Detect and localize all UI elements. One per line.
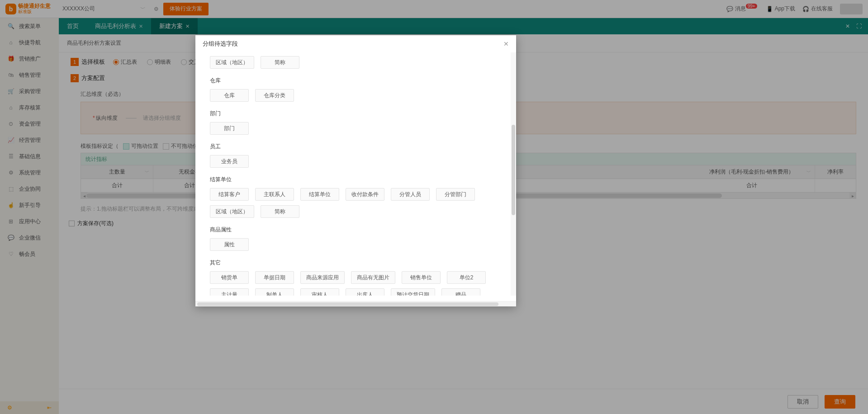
group-title: 商品属性 [210, 226, 503, 234]
field-tag[interactable]: 预计交货日期 [391, 288, 435, 296]
field-tag[interactable]: 制单人 [255, 288, 294, 296]
modal-body: 客户客户分类分管部门分管人员主联系人主联系人销售单位 区域（地区）简称 仓库仓库… [195, 52, 516, 301]
modal-vertical-scrollbar[interactable] [511, 52, 516, 296]
field-tag[interactable]: 销货单 [210, 271, 249, 284]
field-tag[interactable]: 分管人员 [391, 188, 430, 201]
field-tag[interactable]: 区域（地区） [210, 205, 254, 218]
group-title: 其它 [210, 259, 503, 267]
group-title: 仓库 [210, 77, 503, 85]
field-tag[interactable]: 仓库 [210, 89, 249, 102]
field-tag[interactable]: 审核人 [300, 288, 339, 296]
group-title: 结算单位 [210, 176, 503, 183]
modal-title: 分组待选字段 [203, 40, 238, 48]
field-tag[interactable]: 销售单位 [402, 271, 441, 284]
group-tags: 部门 [210, 122, 503, 135]
field-tag[interactable]: 结算客户 [210, 188, 249, 201]
field-tag[interactable]: 主联系人 [255, 188, 294, 201]
field-tag[interactable]: 收付款条件 [346, 188, 384, 201]
field-tag[interactable]: 结算单位 [300, 188, 339, 201]
modal-scroll[interactable]: 客户客户分类分管部门分管人员主联系人主联系人销售单位 区域（地区）简称 仓库仓库… [195, 52, 511, 296]
field-tag[interactable]: 单位2 [447, 271, 486, 284]
group-tags: 仓库仓库分类 [210, 89, 503, 102]
field-tag[interactable]: 业务员 [210, 155, 249, 168]
field-tag[interactable]: 简称 [261, 56, 299, 69]
modal-header: 分组待选字段 ✕ [195, 35, 516, 52]
field-picker-modal: 分组待选字段 ✕ 客户客户分类分管部门分管人员主联系人主联系人销售单位 区域（地… [195, 35, 516, 306]
field-tag[interactable]: 主计量 [210, 288, 249, 296]
group-tags: 销货单单据日期商品来源应用商品有无图片销售单位单位2主计量制单人审核人出库人预计… [210, 271, 503, 296]
field-tag[interactable]: 区域（地区） [210, 56, 254, 69]
group-tags: 结算客户主联系人结算单位收付款条件分管人员分管部门区域（地区）简称 [210, 188, 503, 218]
group-tags: 业务员 [210, 155, 503, 168]
field-tag[interactable]: 单据日期 [255, 271, 294, 284]
field-tag[interactable]: 简称 [261, 205, 299, 218]
field-tag[interactable]: 商品有无图片 [351, 271, 395, 284]
modal-horizontal-scrollbar[interactable] [195, 301, 516, 306]
group-tags: 属性 [210, 238, 503, 251]
field-tag[interactable]: 属性 [210, 238, 249, 251]
field-tag[interactable]: 仓库分类 [255, 89, 294, 102]
field-tag[interactable]: 出库人 [346, 288, 384, 296]
close-icon[interactable]: ✕ [503, 40, 509, 47]
group-title: 员工 [210, 143, 503, 151]
scroll-thumb[interactable] [512, 125, 515, 215]
field-tag[interactable]: 赠品 [441, 288, 480, 296]
field-tag[interactable]: 分管部门 [436, 188, 475, 201]
group-title: 部门 [210, 110, 503, 118]
field-tag[interactable]: 商品来源应用 [300, 271, 345, 284]
field-tag[interactable]: 部门 [210, 122, 249, 135]
scroll-thumb[interactable] [197, 302, 498, 306]
